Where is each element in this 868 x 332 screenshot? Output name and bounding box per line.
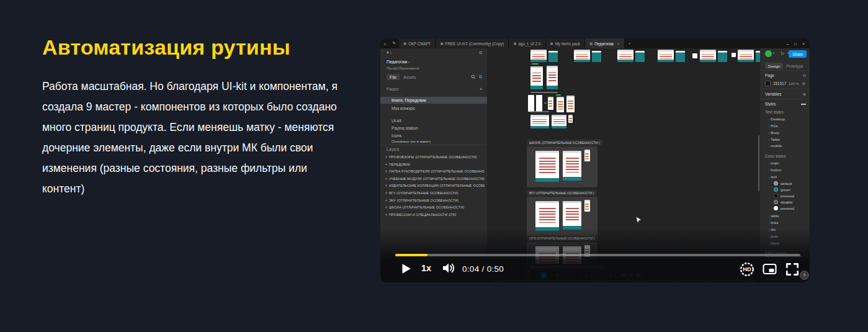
section-label: ВГУ (ОТЛИЧИТЕЛЬНЫЕ ОСОБЕННОСТИ ) [527,190,597,196]
frame-thumbnail [535,201,559,231]
add-page-icon: + [480,87,482,91]
frame-thumbnail [535,151,559,182]
page-item: Paying station [391,126,482,130]
drafts-icon: ✎ [390,41,399,46]
fill-hex: 151517 [773,81,786,86]
text-style-item: › Desktop [769,117,807,121]
frame-thumbnail [528,95,534,112]
tab-assets: Assets [403,75,416,79]
text-style-item: › Body [769,130,807,135]
share-button: Share [789,50,807,58]
layer-item: #ПАПКА РУКОВОДИТЕЛЯ (ОТЛИЧИТЕЛЬНЫЕ ОСОБЕ… [385,169,485,173]
help-button[interactable]: ? [800,271,809,280]
frame-thumbnail [530,66,543,89]
color-style-item: › input [769,241,807,245]
section-label: Лаборатория (ОТЛИЧИТЕЛЬНЫЕ ОСОБЕННОСТ [527,264,606,270]
figma-tab-active: ▦Педагогам× [585,38,625,48]
fullscreen-button[interactable] [784,261,800,277]
close-tab-icon: × [617,42,620,46]
volume-button[interactable] [441,261,456,276]
quality-button[interactable]: HD [739,261,755,277]
layer-item: #ИЗДАТЕЛЬСКИЕ КОЛЛЕКЦИИ (ОТЛИЧИТЕЛЬНЫЕ О… [385,184,485,187]
frame-thumbnail [718,51,727,62]
frame-thumbnail [548,97,553,110]
frame-thumbnail [756,51,760,62]
color-variant-item: pressed [774,206,807,210]
playback-speed-button[interactable]: 1x [421,263,431,273]
frame-thumbnail [574,50,590,62]
variables-icon: ≣ [803,92,806,97]
layer-item: #ЭКУ (ОТЛИЧИТЕЛЬНЫЕ ОСОБЕННОСТИ) [385,199,485,202]
layer-item: #ПРОФЕССИИ И СПЕЦИАЛЬНОСТИ СПО [385,213,485,217]
figma-tabbar: ⌂ ✎ ▣ОКР СМАРТ ▣FREE UI KIT (Community) … [380,38,810,48]
video-player[interactable]: ⌂ ✎ ▣ОКР СМАРТ ▣FREE UI KIT (Community) … [380,38,810,282]
window-controls: – □ × [782,42,810,46]
color-variant-item: default [774,181,807,186]
collapse-dash-icon [801,104,806,105]
file-icon: ▣ [550,42,553,45]
collapse-icon: – [534,273,537,277]
frame-thumbnail [592,51,601,62]
frame-thumbnail [530,115,549,128]
frame-icon: # [385,199,387,202]
layers-header: Layers [387,147,482,151]
layer-item: #ПРОФОБЗОРЫ (ОТЛИЧИТЕЛЬНЫЕ ОСОБЕННОСТИ) [385,155,485,159]
frame-thumbnail [658,50,674,62]
page-item: Icons [391,133,482,138]
frame-thumbnail [692,53,697,58]
frame-icon: # [385,191,387,195]
maximize-icon: □ [794,42,797,46]
text-style-item: › H1b [769,123,807,128]
figma-right-panel: ▾ ▷ ▾ Share Design Prototype 4% Page ⊡ [760,48,810,282]
play-button[interactable] [398,259,414,278]
grid-icon: ▦ [589,42,593,45]
shape-tool-icon: □ [567,273,570,277]
pip-button[interactable] [761,262,778,277]
frame-label-marker [530,111,549,112]
eye-icon [802,82,806,86]
frame-icon: # [385,184,387,187]
page-title: Автоматизация рутины [42,36,339,59]
page-section-header: Page ⊡ [765,73,806,78]
intro-block: Автоматизация рутины Работа масштабная. … [42,36,339,199]
pages-header: Pages + [387,87,482,91]
move-tool-icon [540,272,547,279]
home-icon: ⌂ [380,42,390,46]
figma-tab: ▣My items pack [546,38,585,48]
horizontal-scrollbar [490,280,758,282]
cursor-icon [635,216,642,223]
color-swatch [774,187,778,192]
layer-item: #ВГУ (ОТЛИЧИТЕЛЬНЫЕ ОСОБЕННОСТИ) [385,191,485,195]
layer-item: #ПЕРЕДОВИК [385,163,485,166]
frame-label-marker [532,63,539,65]
frame-thumbnail [617,50,633,62]
variables-section-header: Variables ≣ [765,92,806,97]
tab-file: File [387,74,400,80]
panel-toggle-icon: ⧉ [479,50,482,55]
color-style-item: › main [769,161,807,165]
layer-item: #ШКОЛА (ОТЛИЧИТЕЛЬНЫЕ ОСОБЕННОСТИ) [385,205,485,209]
tab-design: Design [765,63,783,69]
comment-tool-icon: ◔ [597,273,599,277]
frame-icon: # [385,177,387,181]
fullscreen-icon [784,261,800,277]
section-label: ШКОЛА (ОТЛИЧИТЕЛЬНЫЕ ОСОБЕННОСТИ ) [527,140,602,146]
progress-bar[interactable] [395,254,800,256]
figma-screenshot: ⌂ ✎ ▣ОКР СМАРТ ▣FREE UI KIT (Community) … [380,38,810,282]
detach-icon: ⊡ [803,73,806,78]
frame-thumbnail [563,151,581,181]
page-fill-row: 151517 100 % [765,81,806,86]
chevron-down-icon: ▾ [408,61,409,64]
frame-label-marker [556,94,561,96]
project-name: ПрофОбразование [387,66,482,70]
color-swatch [774,181,778,186]
file-name: Педагогам ▾ [387,60,482,64]
grid-styles-header: Layout grid styles [765,277,806,281]
dev-mode-toggle: ▤ ▥ ▧ [620,272,643,278]
inspect-icon: ▧ [637,272,641,277]
frame-tool-icon: # [556,273,558,277]
progress-played [395,254,427,256]
color-variant-item: disable [774,200,807,204]
frame-thumbnail [530,50,547,62]
color-variant-item: pressed [774,194,807,198]
